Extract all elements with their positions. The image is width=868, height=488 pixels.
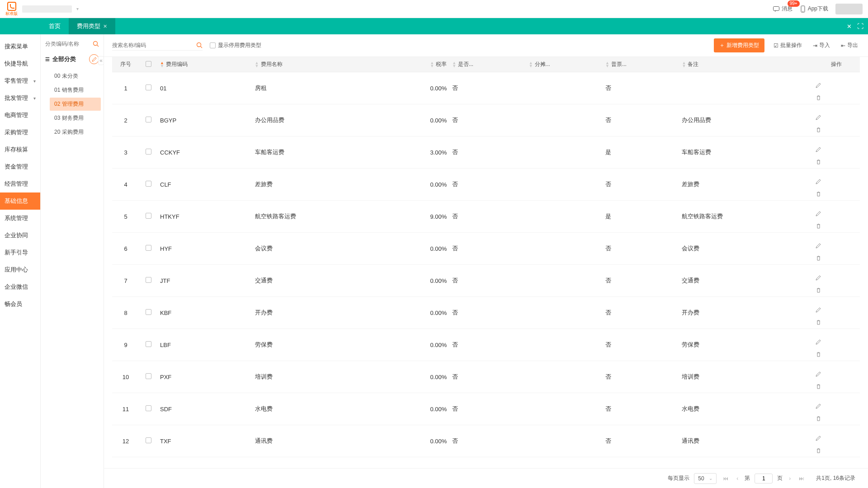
sidebar-item[interactable]: 库存核算 xyxy=(0,141,40,158)
per-page-select[interactable]: 50 ⌄ xyxy=(694,473,717,484)
table-row[interactable]: 3CCKYF车船客运费3.00%否是车船客运费 xyxy=(112,136,860,169)
table-search-icon[interactable] xyxy=(196,42,203,48)
edit-row-icon[interactable] xyxy=(816,371,857,377)
col-alloc[interactable]: ▲▼分摊... xyxy=(526,57,603,72)
col-rate[interactable]: ▲▼税率 xyxy=(386,57,450,72)
col-remark[interactable]: ▲▼备注 xyxy=(679,57,813,72)
sidebar-item[interactable]: 畅会员 xyxy=(0,296,40,313)
table-row[interactable]: 8KBF开办费0.00%否否开办费 xyxy=(112,297,860,329)
cell-check[interactable] xyxy=(139,169,157,201)
delete-row-icon[interactable] xyxy=(816,95,857,101)
edit-row-icon[interactable] xyxy=(816,435,857,441)
delete-row-icon[interactable] xyxy=(816,127,857,133)
category-item[interactable]: 03 财务费用 xyxy=(50,112,101,125)
category-search-input[interactable] xyxy=(45,41,93,47)
sidebar-item[interactable]: 批发管理▾ xyxy=(0,89,40,107)
all-categories-label[interactable]: 全部分类 xyxy=(52,55,76,63)
delete-row-icon[interactable] xyxy=(816,191,857,197)
category-item[interactable]: 00 未分类 xyxy=(50,70,101,83)
delete-row-icon[interactable] xyxy=(816,384,857,389)
category-item[interactable]: 01 销售费用 xyxy=(50,84,101,97)
checkbox-icon[interactable] xyxy=(146,61,151,67)
edit-row-icon[interactable] xyxy=(816,211,857,216)
sidebar-item[interactable]: 电商管理 xyxy=(0,107,40,124)
batch-ops-button[interactable]: ☑ 批量操作 xyxy=(772,39,804,52)
table-row[interactable]: 9LBF劳保费0.00%否否劳保费 xyxy=(112,329,860,361)
table-row[interactable]: 2BGYP办公用品费0.00%否否办公用品费 xyxy=(112,104,860,136)
sidebar-item[interactable]: 企业协同 xyxy=(0,227,40,244)
delete-row-icon[interactable] xyxy=(816,223,857,229)
sidebar-item[interactable]: 应用中心 xyxy=(0,261,40,278)
edit-categories-button[interactable] xyxy=(89,54,99,64)
sidebar-item[interactable]: 搜索菜单 xyxy=(0,38,40,55)
sidebar-item[interactable]: 新手引导 xyxy=(0,244,40,261)
cell-check[interactable] xyxy=(139,201,157,233)
tab-expense-type[interactable]: 费用类型 ✕ xyxy=(69,18,115,34)
messages-button[interactable]: 消息 99+ xyxy=(773,5,793,13)
sidebar-item[interactable]: 经营管理 xyxy=(0,175,40,192)
org-name-placeholder[interactable] xyxy=(22,5,72,13)
user-avatar[interactable] xyxy=(835,4,863,14)
col-merge[interactable]: ▲▼普票... xyxy=(603,57,679,72)
org-dropdown-icon[interactable]: ▾ xyxy=(76,6,79,11)
edit-row-icon[interactable] xyxy=(816,307,857,313)
app-download-button[interactable]: App下载 xyxy=(800,5,828,13)
table-row[interactable]: 10PXF培训费0.00%否否培训费 xyxy=(112,361,860,393)
edit-row-icon[interactable] xyxy=(816,243,857,249)
cell-check[interactable] xyxy=(139,72,157,104)
cell-check[interactable] xyxy=(139,104,157,136)
category-search-icon[interactable] xyxy=(93,41,99,47)
add-expense-type-button[interactable]: ＋ 新增费用类型 xyxy=(714,38,764,52)
sidebar-item[interactable]: 资金管理 xyxy=(0,158,40,175)
table-search-input[interactable] xyxy=(112,40,196,50)
export-button[interactable]: ⇤ 导出 xyxy=(839,39,860,52)
fullscreen-icon[interactable]: ⛶ xyxy=(857,23,863,30)
first-page-icon[interactable]: ⏮ xyxy=(721,475,730,482)
col-name[interactable]: ▲▼费用名称 xyxy=(252,57,386,72)
cell-check[interactable] xyxy=(139,457,157,469)
tab-close-icon[interactable]: ✕ xyxy=(103,18,107,34)
edit-row-icon[interactable] xyxy=(816,339,857,345)
edit-row-icon[interactable] xyxy=(816,403,857,409)
col-isx[interactable]: ▲▼是否... xyxy=(449,57,526,72)
table-row[interactable]: 6HYF会议费0.00%否否会议费 xyxy=(112,233,860,265)
prev-page-icon[interactable]: ‹ xyxy=(735,475,740,482)
tab-home[interactable]: 首页 xyxy=(41,18,69,34)
table-row[interactable]: 5HTKYF航空铁路客运费9.00%否是航空铁路客运费 xyxy=(112,201,860,233)
table-row[interactable]: 11SDF水电费0.00%否否水电费 xyxy=(112,393,860,425)
delete-row-icon[interactable] xyxy=(816,287,857,293)
edit-row-icon[interactable] xyxy=(816,114,857,120)
cell-check[interactable] xyxy=(139,361,157,393)
edit-row-icon[interactable] xyxy=(816,178,857,184)
category-item[interactable]: 20 采购费用 xyxy=(50,126,101,139)
col-check[interactable] xyxy=(139,57,157,72)
col-code[interactable]: ▲▼费用编码 xyxy=(157,57,252,72)
sidebar-item[interactable]: 快捷导航 xyxy=(0,55,40,72)
delete-row-icon[interactable] xyxy=(816,159,857,165)
cell-check[interactable] xyxy=(139,265,157,297)
table-row[interactable]: 12TXF通讯费0.00%否否通讯费 xyxy=(112,425,860,457)
edit-row-icon[interactable] xyxy=(816,82,857,88)
delete-row-icon[interactable] xyxy=(816,255,857,261)
sidebar-item[interactable]: 企业微信 xyxy=(0,278,40,296)
col-seq[interactable]: 序号 xyxy=(112,57,139,72)
table-row[interactable]: 13WYF物业费0.00%否否物业费 xyxy=(112,457,860,469)
delete-row-icon[interactable] xyxy=(816,448,857,454)
delete-row-icon[interactable] xyxy=(816,352,857,357)
table-row[interactable]: 4CLF差旅费0.00%否否差旅费 xyxy=(112,169,860,201)
cell-check[interactable] xyxy=(139,393,157,425)
category-item[interactable]: 02 管理费用 xyxy=(50,98,101,111)
cell-check[interactable] xyxy=(139,297,157,329)
delete-row-icon[interactable] xyxy=(816,416,857,422)
edit-row-icon[interactable] xyxy=(816,146,857,152)
cell-check[interactable] xyxy=(139,233,157,265)
sidebar-item[interactable]: 基础信息 xyxy=(0,192,40,210)
sidebar-item[interactable]: 采购管理 xyxy=(0,124,40,141)
sidebar-item[interactable]: 零售管理▾ xyxy=(0,72,40,89)
cell-check[interactable] xyxy=(139,329,157,361)
last-page-icon[interactable]: ⏭ xyxy=(797,475,806,482)
table-row[interactable]: 7JTF交通费0.00%否否交通费 xyxy=(112,265,860,297)
import-button[interactable]: ⇥ 导入 xyxy=(811,39,832,52)
close-all-tabs-icon[interactable]: ✕ xyxy=(847,23,852,30)
next-page-icon[interactable]: › xyxy=(787,475,793,482)
